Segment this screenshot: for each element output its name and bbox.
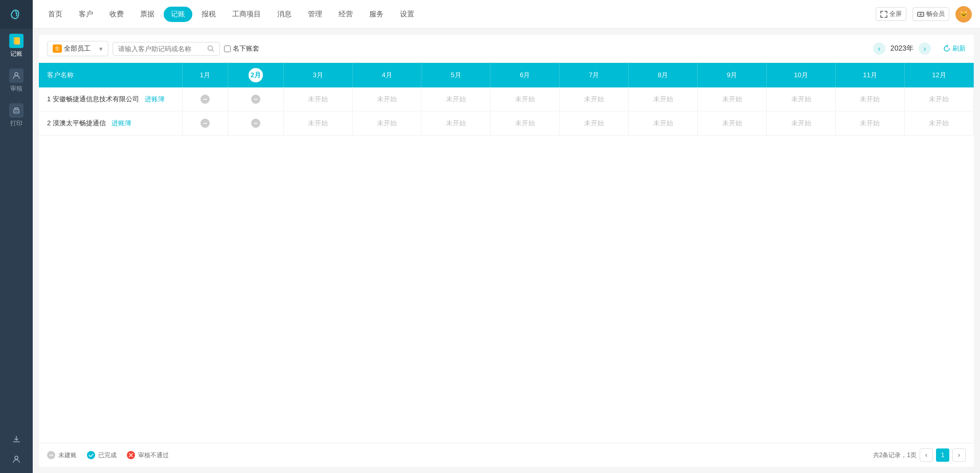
status-not-started: 未开始	[446, 95, 466, 103]
refresh-label: 刷新	[952, 44, 966, 53]
nav-business[interactable]: 工商项目	[225, 7, 268, 22]
status-not-started: 未开始	[653, 95, 673, 103]
legend-done: 已完成	[87, 451, 117, 460]
nav-home[interactable]: 首页	[41, 7, 70, 22]
employee-badge: 全	[53, 44, 62, 53]
nav-operation[interactable]: 经营	[331, 7, 360, 22]
sidebar-item-jizhang[interactable]: 📒 记账	[0, 29, 33, 63]
col-jan: 1月	[182, 63, 228, 87]
footer: − 未建账 已完成 审核不通过 共2条记录，1页	[39, 443, 974, 467]
sidebar-download[interactable]	[12, 431, 21, 448]
status-not-started: 未开始	[377, 95, 397, 103]
status-not-started: 未开始	[584, 95, 604, 103]
col-oct: 10月	[767, 63, 836, 87]
sidebar-item-label: 审核	[10, 84, 23, 93]
col-feb: 2月	[228, 63, 283, 87]
page-1-button[interactable]: 1	[936, 448, 949, 462]
accounts-checkbox[interactable]	[224, 46, 231, 52]
month-cell: −	[228, 87, 283, 111]
status-not-started: 未开始	[377, 119, 397, 127]
month-cell: 未开始	[421, 87, 491, 111]
col-dec: 12月	[904, 63, 973, 87]
svg-point-3	[15, 456, 18, 459]
month-cell: 未开始	[698, 87, 767, 111]
nav-accounting[interactable]: 记账	[164, 7, 192, 22]
month-cell: −	[182, 111, 228, 136]
status-not-started: 未开始	[584, 119, 604, 127]
accounts-checkbox-label[interactable]: 名下账套	[224, 44, 259, 53]
table-wrap: 客户名称 1月 2月 3月 4月 5月 6月 7月 8月 9月	[39, 63, 974, 443]
month-cell: 未开始	[767, 87, 836, 111]
customer-name-cell: 2 漠澳太平畅捷通信 进账簿	[39, 111, 182, 136]
customer-index: 2	[47, 119, 51, 127]
legend-dot-teal	[87, 451, 95, 459]
month-cell: 未开始	[283, 111, 352, 136]
month-cell: −	[182, 87, 228, 111]
year-next-button[interactable]: ›	[919, 42, 931, 55]
nav-settings[interactable]: 设置	[393, 7, 421, 22]
col-may: 5月	[421, 63, 491, 87]
refresh-button[interactable]: 刷新	[943, 44, 966, 53]
enter-ledger-link[interactable]: 进账簿	[145, 95, 165, 103]
avatar-icon: 🐱	[960, 10, 968, 18]
refresh-icon	[943, 45, 950, 52]
jizhang-icon: 📒	[9, 34, 24, 48]
year-prev-button[interactable]: ‹	[873, 42, 885, 55]
nav-customer[interactable]: 客户	[72, 7, 100, 22]
fullscreen-label: 全屏	[889, 10, 902, 18]
month-cell: 未开始	[352, 87, 421, 111]
status-not-started: 未开始	[515, 119, 535, 127]
year-label: 2023年	[890, 44, 914, 53]
month-cell: 未开始	[904, 87, 973, 111]
month-cell: 未开始	[560, 87, 629, 111]
month-cell: 未开始	[767, 111, 836, 136]
nav-tax[interactable]: 报税	[194, 7, 223, 22]
minus-icon: −	[201, 95, 210, 104]
page-prev-button[interactable]: ‹	[920, 448, 933, 462]
sidebar-item-print[interactable]: 打印	[0, 98, 33, 133]
nav-invoice[interactable]: 票据	[133, 7, 162, 22]
fullscreen-button[interactable]: 全屏	[876, 7, 906, 21]
col-apr: 4月	[352, 63, 421, 87]
page-next-button[interactable]: ›	[952, 448, 966, 462]
legend-dot-grey: −	[47, 451, 55, 459]
nav-message[interactable]: 消息	[270, 7, 299, 22]
col-jul: 7月	[560, 63, 629, 87]
nav-service[interactable]: 服务	[362, 7, 391, 22]
enter-ledger-link[interactable]: 进账簿	[112, 119, 131, 127]
minus-icon: −	[201, 119, 210, 128]
customer-name-text: 安徽畅捷通信息技术有限公司	[53, 95, 139, 103]
member-label: 畅会员	[926, 10, 945, 18]
toolbar: 全 全部员工 ▾ 名下账套 ‹ 2023年 ›	[39, 35, 974, 63]
avatar[interactable]: 🐱	[955, 6, 972, 22]
employee-select[interactable]: 全 全部员工 ▾	[47, 41, 108, 56]
search-input[interactable]	[118, 45, 204, 53]
current-month-circle: 2月	[249, 68, 263, 82]
minus-icon: −	[251, 119, 260, 128]
nav-fees[interactable]: 收费	[102, 7, 131, 22]
status-not-started: 未开始	[308, 119, 328, 127]
member-button[interactable]: 畅会员	[912, 7, 949, 21]
month-cell: 未开始	[560, 111, 629, 136]
month-cell: 未开始	[283, 87, 352, 111]
month-cell: 未开始	[352, 111, 421, 136]
status-not-started: 未开始	[791, 119, 811, 127]
legend-not-started: − 未建账	[47, 451, 77, 460]
search-wrap	[113, 42, 220, 56]
svg-point-0	[15, 73, 18, 76]
customer-name-cell: 1 安徽畅捷通信息技术有限公司 进账簿	[39, 87, 182, 111]
month-cell: −	[228, 111, 283, 136]
table-row: 1 安徽畅捷通信息技术有限公司 进账簿−−未开始未开始未开始未开始未开始未开始未…	[39, 87, 974, 111]
pagination: 共2条记录，1页 ‹ 1 ›	[873, 448, 966, 462]
status-not-started: 未开始	[929, 119, 949, 127]
nav-manage[interactable]: 管理	[301, 7, 329, 22]
shenhe-icon	[9, 69, 24, 83]
minus-icon: −	[251, 95, 260, 104]
sidebar-user[interactable]	[12, 451, 21, 468]
sidebar-item-shenhe[interactable]: 审核	[0, 63, 33, 98]
status-not-started: 未开始	[722, 95, 742, 103]
month-cell: 未开始	[491, 111, 560, 136]
month-cell: 未开始	[836, 87, 905, 111]
col-sep: 9月	[698, 63, 767, 87]
month-cell: 未开始	[836, 111, 905, 136]
